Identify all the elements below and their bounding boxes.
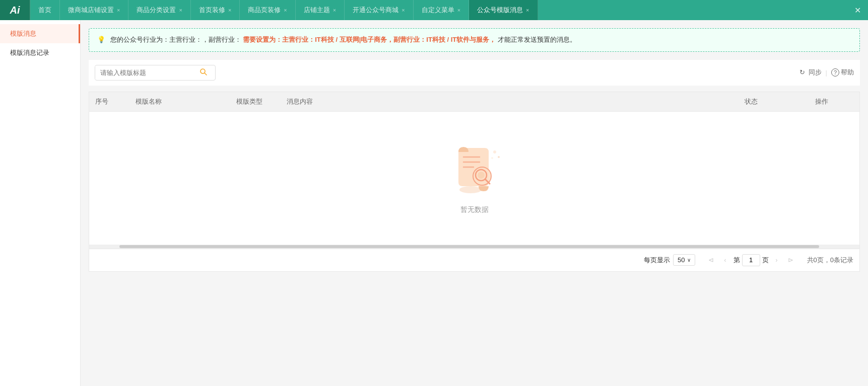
scrollbar-thumb[interactable] (119, 245, 819, 248)
divider: | (826, 69, 827, 76)
tab-store-theme[interactable]: 店铺主题 × (296, 0, 345, 20)
empty-text: 暂无数据 (460, 205, 489, 214)
col-header-content: 消息内容 (281, 92, 739, 111)
sidebar-item-template-message[interactable]: 模版消息 (0, 24, 80, 43)
table-header: 序号 模版名称 模版类型 消息内容 状态 操作 (89, 92, 859, 112)
first-page-button[interactable]: ⊲ (705, 254, 717, 266)
sidebar-item-template-message-log[interactable]: 模版消息记录 (0, 43, 80, 62)
horizontal-scrollbar[interactable] (89, 245, 859, 249)
chevron-down-icon: ∨ (687, 257, 691, 263)
svg-point-11 (498, 156, 500, 158)
main-content: 💡 您的公众号行业为：主营行业：，副营行业： 需要设置为：主营行业：IT科技 /… (81, 20, 868, 386)
tab-home[interactable]: 首页 (30, 0, 60, 20)
sidebar: 模版消息 模版消息记录 (0, 20, 81, 386)
toolbar-right: ↻ 同步 | ? 帮助 (799, 68, 854, 77)
col-header-status: 状态 (739, 92, 809, 111)
empty-state: 暂无数据 (89, 112, 859, 245)
close-tab-category-settings[interactable]: × (179, 7, 182, 13)
col-header-seq: 序号 (89, 92, 129, 111)
page-size-dropdown[interactable]: 50 ∨ (673, 254, 695, 266)
svg-line-1 (205, 73, 207, 75)
tab-template-message[interactable]: 公众号模版消息 × (469, 0, 538, 20)
close-tab-store-settings[interactable]: × (117, 7, 120, 13)
svg-point-9 (478, 172, 485, 179)
sync-icon: ↻ (799, 68, 805, 76)
search-input-wrap (95, 65, 216, 81)
col-header-type: 模版类型 (230, 92, 281, 111)
close-tab-custom-menu[interactable]: × (457, 7, 460, 13)
search-input[interactable] (95, 66, 196, 80)
page-number-input[interactable] (742, 254, 760, 266)
notice-box: 💡 您的公众号行业为：主营行业：，副营行业： 需要设置为：主营行业：IT科技 /… (89, 28, 860, 52)
search-button[interactable] (196, 65, 211, 80)
search-bar: ↻ 同步 | ? 帮助 (89, 60, 860, 86)
page-size-select: 每页显示 50 ∨ (644, 254, 695, 266)
tab-store-settings[interactable]: 微商城店铺设置 × (60, 0, 128, 20)
data-table: 序号 模版名称 模版类型 消息内容 状态 操作 (89, 92, 860, 272)
close-tab-store-theme[interactable]: × (333, 7, 336, 13)
empty-illustration (444, 142, 505, 197)
close-tab-product-design[interactable]: × (284, 7, 287, 13)
top-navigation: Ai 首页 微商城店铺设置 × 商品分类设置 × 首页装修 × 商品页装修 × … (0, 0, 868, 20)
svg-point-10 (493, 150, 496, 153)
tab-homepage-design[interactable]: 首页装修 × (191, 0, 240, 20)
col-header-action: 操作 (809, 92, 859, 111)
main-layout: 模版消息 模版消息记录 💡 您的公众号行业为：主营行业：，副营行业： 需要设置为… (0, 20, 868, 386)
help-icon: ? (831, 68, 839, 76)
next-page-button[interactable]: › (771, 254, 783, 266)
page-navigation: ⊲ ‹ 第 页 › ⊳ (705, 254, 797, 266)
last-page-button[interactable]: ⊳ (785, 254, 797, 266)
prev-page-button[interactable]: ‹ (719, 254, 731, 266)
close-tab-homepage-design[interactable]: × (228, 7, 231, 13)
close-tab-open-mall[interactable]: × (402, 7, 405, 13)
svg-point-2 (459, 186, 482, 193)
svg-point-12 (491, 157, 493, 159)
sync-button[interactable]: ↻ 同步 (799, 68, 822, 77)
close-tab-template-message[interactable]: × (526, 7, 529, 13)
close-all-tabs[interactable]: ✕ (847, 6, 868, 15)
app-logo: Ai (0, 0, 30, 20)
pagination: 每页显示 50 ∨ ⊲ ‹ 第 页 › ⊳ 共0页，0条记录 (89, 249, 859, 271)
page-total: 共0页，0条记录 (807, 256, 853, 265)
tab-category-settings[interactable]: 商品分类设置 × (128, 0, 190, 20)
tab-product-design[interactable]: 商品页装修 × (240, 0, 295, 20)
tab-custom-menu[interactable]: 自定义菜单 × (414, 0, 469, 20)
lightbulb-icon: 💡 (97, 36, 105, 43)
help-button[interactable]: ? 帮助 (831, 68, 854, 77)
tab-open-mall[interactable]: 开通公众号商城 × (345, 0, 413, 20)
col-header-name: 模版名称 (129, 92, 230, 111)
